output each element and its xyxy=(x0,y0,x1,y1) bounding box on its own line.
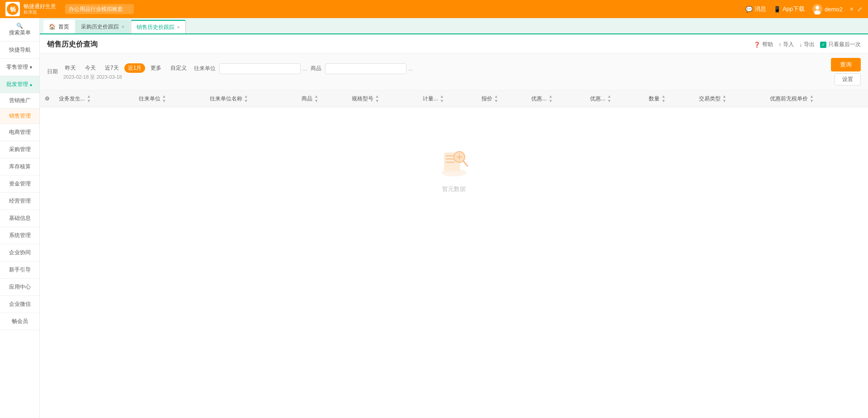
search-icon: 🔍 xyxy=(16,23,23,29)
query-button[interactable]: 查询 xyxy=(831,58,861,71)
sidebar-item-guide[interactable]: 新手引导 xyxy=(0,261,39,279)
chevron-down-icon: ▼ xyxy=(29,65,33,70)
last-once-wrapper[interactable]: ✓ 只看最后一次 xyxy=(820,41,861,48)
sidebar-item-finance[interactable]: 资金管理 xyxy=(0,176,39,193)
last-once-checkbox[interactable]: ✓ xyxy=(820,42,826,48)
tab-sales-history-close[interactable]: × xyxy=(177,25,180,30)
table-col-partner-code[interactable]: 往来单位 ▲▼ xyxy=(134,90,205,107)
table-col-discount1[interactable]: 优惠... ▲▼ xyxy=(527,90,585,107)
table-col-partner-name[interactable]: 往来单位名称 ▲▼ xyxy=(205,90,297,107)
gear-icon: ⚙ xyxy=(45,95,50,102)
sidebar: 🔍 搜索菜单 快捷导航 零售管理 ▼ 批发管理 ▲ 营销推广 销售管理 电商管理… xyxy=(0,18,40,418)
sidebar-item-system[interactable]: 系统管理 xyxy=(0,227,39,244)
sort-icon: ▲▼ xyxy=(87,94,91,103)
table-settings-col[interactable]: ⚙ xyxy=(40,90,54,107)
goods-dots[interactable]: ... xyxy=(408,66,413,72)
user-avatar[interactable]: demo2 xyxy=(812,4,843,14)
sidebar-item-purchase[interactable]: 采购管理 xyxy=(0,141,39,158)
date-pills: 昨天 今天 近7天 近1月 更多 自定义 xyxy=(61,63,190,73)
partner-filter-group: 往来单位 ... xyxy=(194,63,307,74)
sort-icon-3: ▲▼ xyxy=(244,94,248,103)
date-custom[interactable]: 自定义 xyxy=(167,63,190,73)
tab-purchase-history-close[interactable]: × xyxy=(122,24,124,29)
page-header: 销售历史价查询 ❓ 帮助 ↑ 导入 ↓ 导出 ✓ xyxy=(40,34,868,53)
main-layout: 🔍 搜索菜单 快捷导航 零售管理 ▼ 批发管理 ▲ 营销推广 销售管理 电商管理… xyxy=(0,18,868,418)
date-today[interactable]: 今天 xyxy=(81,63,99,73)
date-yesterday[interactable]: 昨天 xyxy=(61,63,80,73)
table-col-quantity[interactable]: 数量 ▲▼ xyxy=(644,90,694,107)
empty-illustration xyxy=(436,143,472,180)
sidebar-item-enterprise[interactable]: 企业协同 xyxy=(0,244,39,261)
table-col-trade-type[interactable]: 交易类型 ▲▼ xyxy=(694,90,765,107)
app-title: 畅捷通好生意 标准版 xyxy=(24,3,56,15)
topbar-center: 办公用品行业模拟账套 xyxy=(65,4,736,14)
sidebar-item-quick-nav[interactable]: 快捷导航 xyxy=(0,42,39,59)
empty-text: 暂元数据 xyxy=(442,185,466,193)
export-icon: ↓ xyxy=(799,42,802,48)
sidebar-item-enterprise-wechat[interactable]: 企业微信 xyxy=(0,296,39,313)
help-btn[interactable]: ❓ 帮助 xyxy=(754,41,773,48)
app-logo: 畅 xyxy=(5,2,20,16)
partner-dots[interactable]: ... xyxy=(302,66,307,72)
sort-icon-4: ▲▼ xyxy=(314,94,318,103)
settings-button[interactable]: 设置 xyxy=(835,73,861,86)
date-more[interactable]: 更多 xyxy=(147,63,165,73)
window-controls: × ⤢ xyxy=(850,5,863,13)
sidebar-item-search-menu[interactable]: 🔍 搜索菜单 xyxy=(0,18,39,42)
topbar-left: 畅 畅捷通好生意 标准版 xyxy=(5,2,56,16)
sidebar-item-marketing[interactable]: 营销推广 xyxy=(0,93,39,109)
sidebar-item-operations[interactable]: 经营管理 xyxy=(0,193,39,210)
date-range: 2023-02-18 至 2023-03-18 xyxy=(63,74,190,81)
account-selector[interactable]: 办公用品行业模拟账套 xyxy=(65,4,134,14)
svg-line-11 xyxy=(463,161,467,166)
message-btn[interactable]: 💬 消息 xyxy=(745,5,766,13)
tab-bar: 🏠 首页 采购历史价跟踪 × 销售历史价跟踪 × xyxy=(40,18,868,34)
close-window-btn[interactable]: × xyxy=(850,5,854,13)
empty-state: 暂元数据 xyxy=(40,107,868,229)
svg-text:畅: 畅 xyxy=(10,6,16,13)
avatar-icon xyxy=(812,4,823,14)
export-btn[interactable]: ↓ 导出 xyxy=(799,41,815,48)
data-table: ⚙ 业务发生... ▲▼ 往来单位 xyxy=(40,90,868,107)
tab-home[interactable]: 🏠 首页 xyxy=(43,20,75,33)
help-icon: ❓ xyxy=(754,42,760,48)
import-icon: ↑ xyxy=(778,42,781,48)
table-col-pretax-price[interactable]: 优惠前无税单价 ▲▼ xyxy=(765,90,868,107)
goods-input-group: ... xyxy=(325,63,413,74)
sidebar-item-vip[interactable]: 畅会员 xyxy=(0,313,39,330)
table-col-discount2[interactable]: 优惠... ▲▼ xyxy=(585,90,644,107)
sidebar-item-ecommerce[interactable]: 电商管理 xyxy=(0,124,39,141)
import-btn[interactable]: ↑ 导入 xyxy=(778,41,794,48)
table-col-unit[interactable]: 计量... ▲▼ xyxy=(418,90,477,107)
sidebar-item-app-center[interactable]: 应用中心 xyxy=(0,279,39,296)
table-col-spec[interactable]: 规格型号 ▲▼ xyxy=(347,90,418,107)
goods-label: 商品 xyxy=(311,65,321,72)
date-7days[interactable]: 近7天 xyxy=(101,63,123,73)
app-download-btn[interactable]: 📱 App下载 xyxy=(774,5,805,13)
sidebar-item-inventory[interactable]: 库存核算 xyxy=(0,158,39,176)
goods-input[interactable] xyxy=(325,63,406,74)
sort-icon-6: ▲▼ xyxy=(440,94,444,103)
table-wrapper: ⚙ 业务发生... ▲▼ 往来单位 xyxy=(40,90,868,229)
table-col-biz-date[interactable]: 业务发生... ▲▼ xyxy=(54,90,134,107)
filter-actions: 查询 设置 xyxy=(831,58,861,86)
date-1month[interactable]: 近1月 xyxy=(124,63,146,73)
sidebar-item-retail-mgmt[interactable]: 零售管理 ▼ xyxy=(0,59,39,76)
sort-icon-2: ▲▼ xyxy=(162,94,166,103)
content-area: 🏠 首页 采购历史价跟踪 × 销售历史价跟踪 × 销售历史价查询 ❓ 帮助 xyxy=(40,18,868,418)
phone-icon: 📱 xyxy=(774,6,781,13)
tab-sales-history[interactable]: 销售历史价跟踪 × xyxy=(131,20,186,33)
partner-input[interactable] xyxy=(219,63,301,74)
tab-purchase-history[interactable]: 采购历史价跟踪 × xyxy=(75,20,130,33)
table-col-goods[interactable]: 商品 ▲▼ xyxy=(297,90,347,107)
page-header-actions: ❓ 帮助 ↑ 导入 ↓ 导出 ✓ 只看最后一次 xyxy=(754,41,861,48)
sidebar-item-sales-mgmt[interactable]: 销售管理 xyxy=(0,109,39,124)
maximize-window-btn[interactable]: ⤢ xyxy=(857,5,863,13)
partner-label: 往来单位 xyxy=(194,65,216,72)
table-col-quote[interactable]: 报价 ▲▼ xyxy=(477,90,527,107)
topbar-right: 💬 消息 📱 App下载 demo2 × ⤢ xyxy=(745,4,863,14)
table-header-row: ⚙ 业务发生... ▲▼ 往来单位 xyxy=(40,90,868,107)
goods-filter-group: 商品 ... xyxy=(311,63,413,74)
sidebar-item-base-info[interactable]: 基础信息 xyxy=(0,210,39,227)
sidebar-item-wholesale-mgmt[interactable]: 批发管理 ▲ xyxy=(0,76,39,93)
